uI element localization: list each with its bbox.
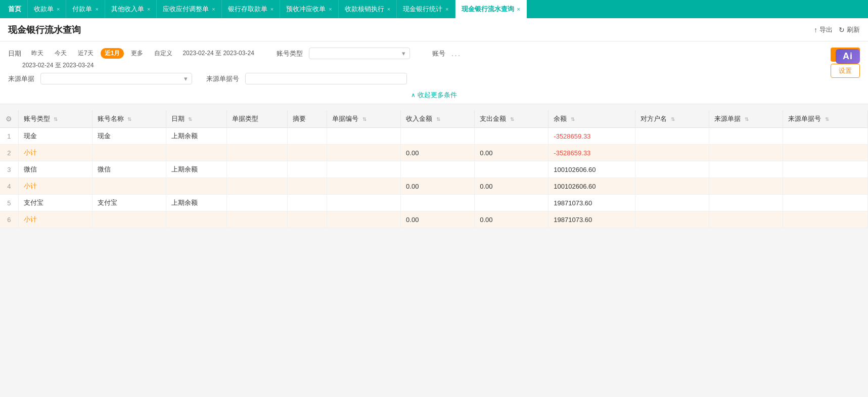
- account-dots[interactable]: ...: [451, 49, 461, 58]
- row-no: 2: [0, 145, 18, 161]
- chevron-down-icon: ▾: [402, 50, 405, 57]
- row-doc-type: [227, 161, 288, 178]
- nav-tab-xianjinyinhang[interactable]: 现金银行统计 ×: [397, 0, 455, 18]
- source-doc-no-input[interactable]: [245, 73, 407, 84]
- row-expense: [475, 128, 549, 145]
- row-account-name: 支付宝: [92, 195, 166, 211]
- row-balance: 19871073.60: [549, 195, 635, 211]
- nav-tab-shoukuanxiaoxiao[interactable]: 收款核销执行 ×: [339, 0, 397, 18]
- row-account-name: 微信: [92, 161, 166, 178]
- row-account-type: 小计: [18, 178, 92, 195]
- row-summary: [288, 211, 327, 228]
- nav-tab-shoudan[interactable]: 收款单 ×: [28, 0, 66, 18]
- col-expense[interactable]: 支出金额 ⇅: [475, 110, 549, 128]
- page-title: 现金银行流水查询: [8, 24, 81, 36]
- row-account-name: [92, 178, 166, 195]
- col-income[interactable]: 收入金额 ⇅: [401, 110, 475, 128]
- col-date[interactable]: 日期 ⇅: [166, 110, 226, 128]
- date-option-today[interactable]: 今天: [51, 48, 71, 59]
- sort-icon: ⇅: [188, 116, 192, 122]
- row-expense: [475, 161, 549, 178]
- col-account-type[interactable]: 账号类型 ⇅: [18, 110, 92, 128]
- table-header: ⚙ 账号类型 ⇅ 账号名称 ⇅ 日期 ⇅ 单据类型 摘要: [0, 110, 868, 128]
- sort-icon: ⇅: [436, 116, 440, 122]
- col-source-doc[interactable]: 来源单据 ⇅: [709, 110, 783, 128]
- row-income: [401, 128, 475, 145]
- source-doc-select[interactable]: ▾: [40, 73, 192, 84]
- nav-tab-yingshouyingfu[interactable]: 应收应付调整单 ×: [157, 0, 221, 18]
- nav-tab-yushou[interactable]: 预收冲应收单 ×: [280, 0, 338, 18]
- date-option-1month[interactable]: 近1月: [101, 48, 124, 59]
- close-icon[interactable]: ×: [445, 6, 448, 12]
- date-options: 昨天 今天 近7天 近1月 更多 自定义: [27, 48, 176, 59]
- row-no: 5: [0, 195, 18, 211]
- nav-tab-qitashouru[interactable]: 其他收入单 ×: [105, 0, 157, 18]
- col-account-name[interactable]: 账号名称 ⇅: [92, 110, 166, 128]
- table-row[interactable]: 2 小计 0.00 0.00 -3528659.33: [0, 145, 868, 161]
- nav-tab-liushui-active[interactable]: 现金银行流水查询 ×: [455, 0, 527, 18]
- page-header: 现金银行流水查询 ↑ 导出 ↻ 刷新: [0, 18, 868, 41]
- row-balance: -3528659.33: [549, 145, 635, 161]
- close-icon[interactable]: ×: [329, 6, 332, 12]
- row-doc-no: [327, 211, 400, 228]
- close-icon[interactable]: ×: [517, 6, 520, 12]
- date-range: 2023-02-24 至 2023-03-24: [182, 49, 254, 58]
- row-source-doc-no: [783, 195, 868, 211]
- collapse-row[interactable]: ∧ 收起更多条件: [8, 89, 860, 100]
- row-income: [401, 195, 475, 211]
- nav-tab-fukuan[interactable]: 付款单 ×: [66, 0, 105, 18]
- col-source-doc-no[interactable]: 来源单据号 ⇅: [783, 110, 868, 128]
- sort-icon: ⇅: [571, 116, 575, 122]
- source-doc-no-label: 来源单据号: [206, 74, 239, 83]
- row-no: 4: [0, 178, 18, 195]
- account-type-select[interactable]: ▾: [309, 48, 410, 59]
- row-expense: 0.00: [475, 145, 549, 161]
- close-icon[interactable]: ×: [270, 6, 273, 12]
- date-option-7days[interactable]: 近7天: [74, 48, 98, 59]
- table-row[interactable]: 3 微信 微信 上期余额 100102606.60: [0, 161, 868, 178]
- close-icon[interactable]: ×: [387, 6, 390, 12]
- col-balance[interactable]: 余额 ⇅: [549, 110, 635, 128]
- settings-button[interactable]: 设置: [831, 64, 860, 78]
- ai-button[interactable]: Ai: [836, 49, 860, 64]
- date-option-yesterday[interactable]: 昨天: [27, 48, 48, 59]
- collapse-label: 收起更多条件: [418, 91, 457, 100]
- table-row[interactable]: 6 小计 0.00 0.00 19871073.60: [0, 211, 868, 228]
- row-counterparty: [635, 145, 709, 161]
- row-source-doc: [709, 211, 783, 228]
- col-counterparty[interactable]: 对方户名 ⇅: [635, 110, 709, 128]
- close-icon[interactable]: ×: [95, 6, 98, 12]
- row-date: [166, 178, 226, 195]
- nav-home[interactable]: 首页: [2, 0, 28, 18]
- filter-row-1: 日期 昨天 今天 近7天 近1月 更多 自定义 2023-02-24 至 202…: [8, 48, 823, 59]
- refresh-button[interactable]: ↻ 刷新: [839, 25, 860, 34]
- row-income: 0.00: [401, 211, 475, 228]
- table-row[interactable]: 5 支付宝 支付宝 上期余额 19871073.60: [0, 195, 868, 211]
- table-row[interactable]: 4 小计 0.00 0.00 100102606.60: [0, 178, 868, 195]
- source-doc-label: 来源单据: [8, 74, 34, 83]
- export-button[interactable]: ↑ 导出: [814, 25, 833, 34]
- table-container: ⚙ 账号类型 ⇅ 账号名称 ⇅ 日期 ⇅ 单据类型 摘要: [0, 110, 868, 228]
- row-source-doc-no: [783, 211, 868, 228]
- sort-icon: ⇅: [671, 116, 675, 122]
- sort-icon: ⇅: [510, 116, 514, 122]
- row-expense: 0.00: [475, 178, 549, 195]
- close-icon[interactable]: ×: [57, 6, 60, 12]
- row-summary: [288, 195, 327, 211]
- date-option-more[interactable]: 更多: [127, 48, 147, 59]
- row-no: 1: [0, 128, 18, 145]
- close-icon[interactable]: ×: [147, 6, 150, 12]
- row-date: 上期余额: [166, 195, 226, 211]
- nav-tab-yinhangcuquan[interactable]: 银行存取款单 ×: [222, 0, 280, 18]
- row-source-doc-no: [783, 145, 868, 161]
- date-option-custom[interactable]: 自定义: [150, 48, 176, 59]
- col-doc-type: 单据类型: [227, 110, 288, 128]
- row-source-doc: [709, 145, 783, 161]
- close-icon[interactable]: ×: [212, 6, 215, 12]
- col-doc-no[interactable]: 单据编号 ⇅: [327, 110, 400, 128]
- row-balance: 100102606.60: [549, 161, 635, 178]
- col-settings[interactable]: ⚙: [0, 110, 18, 128]
- sort-icon: ⇅: [745, 116, 749, 122]
- table-row[interactable]: 1 现金 现金 上期余额 -3528659.33: [0, 128, 868, 145]
- settings-icon[interactable]: ⚙: [6, 115, 12, 123]
